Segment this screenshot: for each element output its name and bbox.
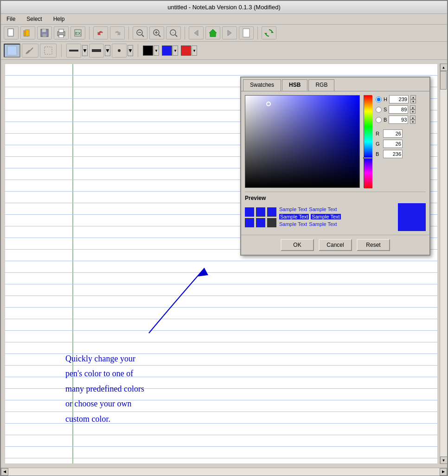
brightness-spin-up[interactable]: ▲ bbox=[410, 116, 416, 120]
stroke-size-1[interactable] bbox=[66, 44, 81, 58]
scroll-thumb-vertical[interactable] bbox=[440, 71, 447, 90]
green-label: G bbox=[376, 141, 381, 147]
hue-spin-up[interactable]: ▲ bbox=[410, 95, 416, 99]
tab-rgb[interactable]: RGB bbox=[308, 79, 334, 91]
hsb-controls: H 239 ▲ ▼ S 89 ▲ bbox=[376, 95, 416, 124]
color-blue-swatch[interactable] bbox=[162, 45, 172, 56]
mode-tools bbox=[4, 44, 57, 58]
save-button[interactable] bbox=[37, 26, 52, 39]
stroke-size-2-dropdown[interactable]: ▼ bbox=[105, 45, 110, 56]
refresh-button[interactable] bbox=[262, 26, 276, 39]
scroll-right-button[interactable]: ▶ bbox=[440, 468, 447, 476]
redo-button[interactable] bbox=[110, 26, 125, 39]
toolbar-sep-4 bbox=[257, 26, 258, 39]
color-blue-picker: ▼ bbox=[162, 45, 178, 56]
cancel-button[interactable]: Cancel bbox=[319, 239, 352, 251]
export-button[interactable]: EX bbox=[70, 26, 85, 39]
page-button[interactable] bbox=[239, 26, 254, 39]
menu-select[interactable]: Select bbox=[25, 15, 44, 23]
scroll-left-button[interactable]: ◀ bbox=[1, 468, 8, 476]
stroke-size-3-dropdown[interactable]: ▼ bbox=[128, 45, 133, 56]
preview-swatch-selected bbox=[256, 207, 265, 217]
brightness-label: B bbox=[384, 117, 387, 122]
undo-button[interactable] bbox=[93, 26, 108, 39]
preview-section: Preview bbox=[245, 192, 426, 231]
red-label: R bbox=[376, 131, 381, 136]
preview-swatch-alt bbox=[267, 207, 276, 217]
hue-slider-container[interactable] bbox=[364, 95, 372, 188]
hue-spinner[interactable]: ▲ ▼ bbox=[410, 95, 416, 103]
svg-marker-23 bbox=[209, 29, 217, 37]
saturation-row: S 89 ▲ ▼ bbox=[376, 105, 416, 114]
preview-text-normal-3: Sample Text bbox=[279, 221, 307, 227]
color-gradient-picker[interactable] bbox=[245, 95, 360, 188]
color-black-dropdown[interactable]: ▼ bbox=[154, 45, 159, 56]
preview-row-1 bbox=[245, 207, 276, 217]
svg-rect-28 bbox=[7, 46, 17, 55]
dialog-body: H 239 ▲ ▼ S 89 ▲ bbox=[241, 91, 429, 235]
svg-rect-3 bbox=[26, 30, 29, 36]
scroll-up-button[interactable]: ▲ bbox=[440, 64, 448, 71]
red-row: R bbox=[376, 129, 416, 138]
eraser-tool[interactable] bbox=[22, 44, 38, 58]
stroke-size-1-dropdown[interactable]: ▼ bbox=[82, 45, 88, 56]
home-button[interactable] bbox=[205, 26, 220, 39]
saturation-input[interactable]: 89 bbox=[389, 105, 408, 114]
scroll-down-button[interactable]: ▼ bbox=[440, 457, 448, 464]
svg-line-14 bbox=[142, 35, 144, 37]
preview-swatch-2a bbox=[245, 218, 254, 227]
ok-button[interactable]: OK bbox=[281, 239, 314, 251]
svg-line-20 bbox=[175, 35, 177, 37]
vertical-scrollbar: ▲ ▼ bbox=[440, 64, 447, 464]
zoom-in-button[interactable] bbox=[149, 26, 164, 39]
red-input[interactable] bbox=[383, 129, 403, 138]
toolbar-sep-2 bbox=[128, 26, 129, 39]
size-tools: ▼ ▼ ▼ bbox=[66, 44, 133, 58]
preview-label: Preview bbox=[245, 195, 426, 201]
back-button[interactable] bbox=[189, 26, 204, 39]
saturation-radio[interactable] bbox=[376, 107, 382, 113]
preview-swatch-dark bbox=[267, 218, 276, 227]
brightness-input[interactable]: 93 bbox=[389, 116, 408, 124]
tab-hsb[interactable]: HSB bbox=[282, 79, 307, 91]
zoom-fit-button[interactable]: ~ bbox=[166, 26, 181, 39]
tab-swatches[interactable]: Swatches bbox=[243, 79, 281, 91]
select-tool[interactable] bbox=[40, 44, 57, 58]
stroke-size-2[interactable] bbox=[89, 44, 104, 58]
saturation-spin-up[interactable]: ▲ bbox=[410, 105, 416, 109]
open-button[interactable] bbox=[20, 26, 35, 39]
brightness-spinner[interactable]: ▲ ▼ bbox=[410, 116, 416, 124]
stroke-size-3[interactable] bbox=[112, 44, 127, 58]
hue-input[interactable]: 239 bbox=[389, 95, 409, 103]
brightness-radio[interactable] bbox=[376, 117, 382, 123]
zoom-out-button[interactable] bbox=[133, 26, 147, 39]
main-toolbar: EX ~ bbox=[1, 25, 447, 42]
scroll-track-horizontal[interactable] bbox=[8, 468, 440, 476]
toolbar-sep-3 bbox=[185, 26, 185, 39]
scroll-track-vertical[interactable] bbox=[440, 71, 448, 457]
print-button[interactable] bbox=[54, 26, 69, 39]
menu-file[interactable]: File bbox=[5, 15, 17, 23]
green-input[interactable] bbox=[383, 140, 403, 148]
forward-button[interactable] bbox=[222, 26, 237, 39]
hue-radio[interactable] bbox=[376, 96, 382, 103]
svg-text:~: ~ bbox=[172, 31, 174, 34]
horizontal-scrollbar: ◀ ▶ bbox=[1, 468, 447, 475]
color-blue-dropdown[interactable]: ▼ bbox=[173, 45, 178, 56]
hue-spin-down[interactable]: ▼ bbox=[410, 99, 416, 103]
saturation-spin-down[interactable]: ▼ bbox=[410, 109, 416, 114]
menu-help[interactable]: Help bbox=[51, 15, 67, 23]
saturation-spinner[interactable]: ▲ ▼ bbox=[410, 105, 416, 114]
brightness-spin-down[interactable]: ▼ bbox=[410, 120, 416, 124]
new-button[interactable] bbox=[4, 26, 19, 39]
reset-button[interactable]: Reset bbox=[357, 239, 390, 251]
color-red-swatch[interactable] bbox=[181, 45, 191, 56]
blue-label: B bbox=[376, 151, 381, 157]
color-black-swatch[interactable] bbox=[143, 45, 153, 56]
preview-row-2 bbox=[245, 218, 276, 227]
color-red-dropdown[interactable]: ▼ bbox=[192, 45, 197, 56]
blue-row: B bbox=[376, 150, 416, 158]
blue-input[interactable] bbox=[383, 150, 403, 158]
svg-marker-27 bbox=[264, 33, 267, 35]
pen-tool[interactable] bbox=[4, 44, 20, 58]
